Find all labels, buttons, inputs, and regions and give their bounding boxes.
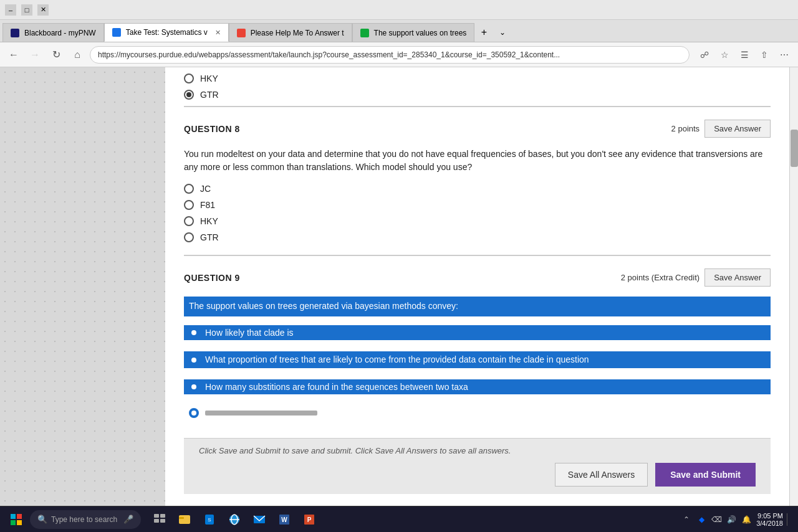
question-9-header: QUESTION 9 2 points (Extra Credit) Save …	[184, 268, 771, 287]
bottom-bar-instruction: Click Save and Submit to save and submit…	[199, 446, 756, 455]
tab-label-blackboard: Blackboard - myPNW	[24, 29, 96, 37]
taskbar-clock[interactable]: 9:05 PM 3/4/2018	[756, 512, 783, 527]
taskbar-app-ie[interactable]	[223, 508, 246, 531]
save-and-submit-btn[interactable]: Save and Submit	[655, 463, 756, 487]
question-9-options: How likely that clade is What proportion…	[184, 325, 771, 426]
svg-rect-5	[160, 514, 165, 518]
file-explorer-icon	[178, 513, 191, 526]
reading-list-btn[interactable]: ☰	[736, 46, 753, 64]
question-9-title: QUESTION 9	[184, 273, 240, 283]
start-btn[interactable]	[5, 508, 27, 531]
left-sidebar	[0, 67, 165, 506]
refresh-btn[interactable]: ↻	[47, 46, 65, 64]
title-bar: – □ ✕	[0, 0, 798, 20]
tab-dropdown-btn[interactable]: ⌄	[493, 23, 512, 42]
nav-bar: ← → ↻ ⌂ https://mycourses.purdue.edu/web…	[0, 42, 798, 67]
url-text: https://mycourses.purdue.edu/webapps/ass…	[98, 50, 560, 59]
q9-option-3[interactable]: How many substitions are found in the se…	[184, 379, 771, 394]
taskbar-apps: S W	[148, 508, 320, 531]
q9-radio-3[interactable]	[189, 382, 199, 392]
taskbar-search[interactable]: 🔍 Type here to search 🎤	[30, 510, 141, 529]
q8-gtr-radio[interactable]	[184, 232, 194, 242]
q8-hky-radio[interactable]	[184, 216, 194, 226]
tab-favicon-blackboard	[11, 29, 19, 37]
taskbar-app-explorer[interactable]	[173, 508, 196, 531]
maximize-btn[interactable]: □	[21, 4, 32, 16]
store-icon: S	[203, 513, 216, 526]
q9-label-3: How many substitions are found in the se…	[205, 382, 468, 392]
favorites-btn[interactable]: ☆	[716, 46, 733, 64]
q9-label-1: How likely that clade is	[205, 328, 294, 338]
above-gtr-option[interactable]: GTR	[184, 90, 771, 100]
mail-icon	[252, 513, 266, 526]
tab-help[interactable]: Please Help Me To Answer t	[229, 23, 352, 42]
svg-rect-0	[11, 514, 16, 519]
svg-rect-1	[17, 514, 22, 519]
svg-rect-8	[179, 515, 190, 524]
q9-radio-1[interactable]	[189, 328, 199, 338]
taskbar-app-ppt[interactable]: P	[298, 508, 320, 531]
search-icon: 🔍	[37, 515, 47, 524]
back-btn[interactable]: ←	[5, 46, 22, 64]
right-scrollbar[interactable]	[789, 67, 798, 506]
home-btn[interactable]: ⌂	[69, 46, 86, 64]
tab-take-test[interactable]: Take Test: Systematics v ✕	[104, 23, 229, 42]
hky-radio-above[interactable]	[184, 74, 194, 83]
q8-option-hky[interactable]: HKY	[184, 216, 771, 226]
tray-network-icon[interactable]: ⌫	[710, 513, 723, 526]
close-btn[interactable]: ✕	[37, 4, 49, 16]
save-all-answers-btn[interactable]: Save All Answers	[555, 463, 648, 487]
new-tab-btn[interactable]: +	[474, 23, 493, 42]
minimize-btn[interactable]: –	[5, 4, 16, 16]
tab-support[interactable]: The support values on trees	[352, 23, 475, 42]
q9-label-4-partial	[205, 411, 317, 416]
question-8-text: You run modeltest on your data and deter…	[184, 148, 771, 174]
q8-f81-radio[interactable]	[184, 200, 194, 210]
show-desktop-btn[interactable]	[787, 513, 793, 526]
scrollbar-thumb[interactable]	[791, 130, 798, 167]
address-bar[interactable]: https://mycourses.purdue.edu/webapps/ass…	[90, 46, 690, 64]
share-btn[interactable]: ⇧	[756, 46, 773, 64]
taskbar-app-store[interactable]: S	[198, 508, 221, 531]
taskbar-app-word[interactable]: W	[273, 508, 296, 531]
svg-text:S: S	[208, 517, 211, 523]
taskbar-time-text: 9:05 PM	[756, 512, 783, 520]
svg-text:P: P	[307, 516, 312, 523]
tray-volume-icon[interactable]: 🔊	[725, 513, 738, 526]
question-8-options: JC F81 HKY GTR	[184, 184, 771, 242]
q8-option-jc[interactable]: JC	[184, 184, 771, 194]
q9-radio-4[interactable]	[189, 408, 199, 418]
tab-favicon-test	[112, 28, 121, 37]
gtr-radio-above[interactable]	[184, 90, 194, 100]
page-content: HKY GTR QUESTION 8 2 points Save Answer …	[165, 67, 789, 506]
reader-view-btn[interactable]: ☍	[696, 46, 713, 64]
bottom-bar: Click Save and Submit to save and submit…	[184, 438, 771, 494]
forward-btn[interactable]: →	[26, 46, 44, 64]
powerpoint-icon: P	[302, 513, 316, 526]
above-hky-option[interactable]: HKY	[184, 74, 771, 83]
taskbar-search-text: Type here to search	[51, 515, 117, 524]
tab-blackboard[interactable]: Blackboard - myPNW	[2, 23, 104, 42]
q9-option-2[interactable]: What proportion of trees that are likely…	[184, 351, 771, 369]
q8-jc-radio[interactable]	[184, 184, 194, 194]
settings-btn[interactable]: ⋯	[776, 46, 793, 64]
task-view-icon	[153, 513, 166, 526]
q8-option-gtr[interactable]: GTR	[184, 232, 771, 242]
windows-logo-icon	[10, 513, 22, 526]
question-8-save-btn[interactable]: Save Answer	[704, 120, 771, 138]
q9-radio-2[interactable]	[189, 355, 199, 365]
question-9-save-btn[interactable]: Save Answer	[704, 268, 771, 287]
tab-favicon-support	[360, 29, 369, 37]
svg-rect-6	[154, 519, 159, 523]
tray-dropbox-icon[interactable]: ◆	[695, 513, 708, 526]
tray-notification-icon[interactable]: 🔔	[740, 513, 752, 526]
tab-close-icon[interactable]: ✕	[215, 29, 221, 37]
window-controls[interactable]: – □ ✕	[5, 4, 49, 16]
q9-option-4[interactable]	[184, 406, 771, 420]
content-area: HKY GTR QUESTION 8 2 points Save Answer …	[0, 67, 798, 506]
q9-option-1[interactable]: How likely that clade is	[184, 325, 771, 340]
tray-chevron-icon[interactable]: ⌃	[680, 513, 693, 526]
taskbar-app-mail[interactable]	[248, 508, 271, 531]
taskbar-app-taskview[interactable]	[148, 508, 171, 531]
q8-option-f81[interactable]: F81	[184, 200, 771, 210]
